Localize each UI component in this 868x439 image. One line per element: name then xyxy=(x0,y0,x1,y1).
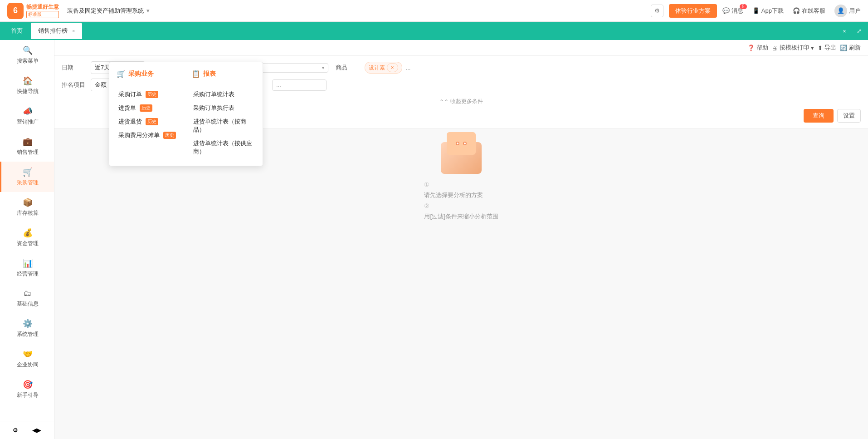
purchase-expense-item[interactable]: 采购费用分摊单 历史 xyxy=(117,128,180,142)
sidebar-item-purchase[interactable]: 🛒 采购管理 xyxy=(0,162,54,192)
customer-dots: ... xyxy=(276,82,281,89)
message-icon: 💬 xyxy=(722,7,730,14)
system-dropdown-icon[interactable]: ▾ xyxy=(146,7,150,14)
voucher-status-arrow: ▾ xyxy=(322,65,324,70)
tab-home[interactable]: 首页 xyxy=(4,23,30,39)
sidebar-item-system[interactable]: ⚙️ 系统管理 xyxy=(0,313,54,344)
main-content: ❓ 帮助 🖨 按模板打印 ▾ ⬆ 导出 🔄 刷新 xyxy=(54,40,868,439)
sidebar-item-search[interactable]: 🔍 搜索菜单 xyxy=(0,40,54,70)
print-icon: 🖨 xyxy=(772,44,778,51)
right-eye xyxy=(463,142,467,145)
topbar-right: 💬 消息 5 📱 App下载 🎧 在线客服 👤 用户 xyxy=(722,5,861,17)
report-title: 📋 报表 xyxy=(191,69,255,82)
purchase-expense-label: 采购费用分摊单 xyxy=(118,131,160,139)
sidebar-purchase-label: 采购管理 xyxy=(17,179,39,187)
help-label: 帮助 xyxy=(756,44,768,52)
empty-illustration xyxy=(434,128,488,174)
sidebar-item-sales[interactable]: 💼 销售管理 xyxy=(0,131,54,162)
sidebar-newuser-label: 新手引导 xyxy=(17,391,39,399)
layout: 🔍 搜索菜单 🏠 快捷导航 📣 营销推广 💼 销售管理 🛒 采购管理 📦 库存核… xyxy=(0,40,868,439)
toolbar-right: ❓ 帮助 🖨 按模板打印 ▾ ⬆ 导出 🔄 刷新 xyxy=(747,44,861,52)
goods-filter: 商品 设计素 × ... xyxy=(336,62,411,74)
sidebar-marketing-label: 营销推广 xyxy=(17,118,39,126)
sidebar-item-basic[interactable]: 🗂 基础信息 xyxy=(0,283,54,313)
goods-dots[interactable]: ... xyxy=(406,64,411,71)
incoming-return-history[interactable]: 历史 xyxy=(146,118,158,125)
solution-button[interactable]: 体验行业方案 xyxy=(669,4,717,18)
sidebar-sales-label: 销售管理 xyxy=(17,148,39,156)
tab-sales-rank[interactable]: 销售排行榜 × xyxy=(31,23,82,39)
setting-button[interactable]: 设置 xyxy=(837,109,861,123)
export-button[interactable]: ⬆ 导出 xyxy=(818,44,836,52)
purchase-business-title: 🛒 采购业务 xyxy=(117,69,180,82)
empty-tip2: ② 用[过滤]条件来缩小分析范围 xyxy=(424,201,498,222)
incoming-stats-goods-item[interactable]: 进货单统计表（按商品） xyxy=(191,115,255,137)
sidebar-basic-label: 基础信息 xyxy=(17,300,39,308)
sidebar-item-marketing[interactable]: 📣 营销推广 xyxy=(0,101,54,131)
sidebar-item-inventory[interactable]: 📦 库存核算 xyxy=(0,192,54,222)
incoming-order-history[interactable]: 历史 xyxy=(140,104,152,112)
sidebar-bottom-collapse[interactable]: ◀▶ xyxy=(32,427,41,434)
sidebar-item-newuser[interactable]: 🎯 新手引导 xyxy=(0,374,54,404)
sidebar-item-finance[interactable]: 💰 资金管理 xyxy=(0,222,54,253)
purchase-order-stats-label: 采购订单统计表 xyxy=(193,90,234,99)
sidebar-quicknav-label: 快捷导航 xyxy=(17,88,39,95)
report-icon: 📋 xyxy=(191,69,200,78)
incoming-order-item[interactable]: 进货单 历史 xyxy=(117,101,180,115)
tab-window-expand-icon[interactable]: ⤢ xyxy=(853,25,864,36)
tab-close-icon[interactable]: × xyxy=(72,28,75,34)
refresh-label: 刷新 xyxy=(849,44,861,52)
sidebar-item-enterprise[interactable]: 🤝 企业协同 xyxy=(0,344,54,374)
purchase-expense-history[interactable]: 历史 xyxy=(163,132,176,139)
incoming-stats-supplier-item[interactable]: 进货单统计表（按供应商） xyxy=(191,137,255,158)
sidebar-enterprise-label: 企业协同 xyxy=(17,361,39,369)
money-icon: 💰 xyxy=(23,228,33,238)
help-button[interactable]: ❓ 帮助 xyxy=(747,44,768,52)
online-service-button[interactable]: 🎧 在线客服 xyxy=(793,7,825,15)
voucher-status-select[interactable]: ▾ xyxy=(256,63,328,73)
purchase-order-item[interactable]: 采购订单 历史 xyxy=(117,88,180,101)
purchase-order-history[interactable]: 历史 xyxy=(146,91,158,98)
logo: 6 畅捷通好生意 标准版 xyxy=(7,3,62,19)
content-area: ① 请先选择要分析的方案 ② 用[过滤]条件来缩小分析范围 xyxy=(54,128,868,439)
box-icon: 📦 xyxy=(23,197,33,207)
purchase-order-stats-item[interactable]: 采购订单统计表 xyxy=(191,88,255,101)
tab-window-close-icon[interactable]: × xyxy=(839,25,850,36)
logo-text: 畅捷通好生意 xyxy=(26,3,59,11)
report-title-label: 报表 xyxy=(203,70,216,78)
sidebar-inventory-label: 库存核算 xyxy=(17,209,39,217)
sidebar-item-quicknav[interactable]: 🏠 快捷导航 xyxy=(0,70,54,101)
query-button[interactable]: 查询 xyxy=(804,109,834,123)
messages-button[interactable]: 💬 消息 5 xyxy=(722,7,743,15)
system-name-area: 装备及固定资产辅助管理系统 ▾ xyxy=(67,7,645,15)
tabsbar: 首页 销售排行榜 × × ⤢ xyxy=(0,22,868,40)
empty-face xyxy=(447,132,476,155)
user-menu[interactable]: 👤 用户 xyxy=(834,5,861,17)
system-name: 装备及固定资产辅助管理系统 xyxy=(67,7,144,15)
date-7days-label: 近7天 xyxy=(95,64,110,72)
target-icon: 🎯 xyxy=(23,380,33,390)
handshake-icon: 🤝 xyxy=(23,349,33,359)
sidebar-bottom-settings[interactable]: ⚙ xyxy=(13,427,18,434)
refresh-button[interactable]: 🔄 刷新 xyxy=(840,44,861,52)
app-download-button[interactable]: 📱 App下载 xyxy=(752,7,784,15)
tabsbar-actions: × ⤢ xyxy=(839,25,864,36)
settings-icon[interactable]: ⚙ xyxy=(651,5,663,17)
empty-text: ① 请先选择要分析的方案 ② 用[过滤]条件来缩小分析范围 xyxy=(424,179,498,222)
cart-icon: 🛒 xyxy=(23,167,33,177)
purchase-order-exec-item[interactable]: 采购订单执行表 xyxy=(191,101,255,115)
print-dropdown-icon[interactable]: ▾ xyxy=(811,44,814,51)
refresh-icon: 🔄 xyxy=(840,44,847,51)
incoming-return-label: 进货退货 xyxy=(118,118,142,126)
incoming-return-item[interactable]: 进货退货 历史 xyxy=(117,115,180,128)
print-label: 按模板打印 xyxy=(780,44,809,52)
export-icon: ⬆ xyxy=(818,44,823,51)
print-button[interactable]: 🖨 按模板打印 ▾ xyxy=(772,44,814,52)
logo-badge: 标准版 xyxy=(26,11,59,18)
customer-select[interactable]: ... xyxy=(272,79,327,91)
sidebar-item-operations[interactable]: 📊 经营管理 xyxy=(0,253,54,283)
user-label: 用户 xyxy=(849,7,861,15)
incoming-stats-goods-label: 进货单统计表（按商品） xyxy=(193,118,254,134)
collapse-button[interactable]: ⌃⌃ 收起更多条件 xyxy=(438,96,485,107)
goods-tag-close[interactable]: × xyxy=(387,63,398,72)
